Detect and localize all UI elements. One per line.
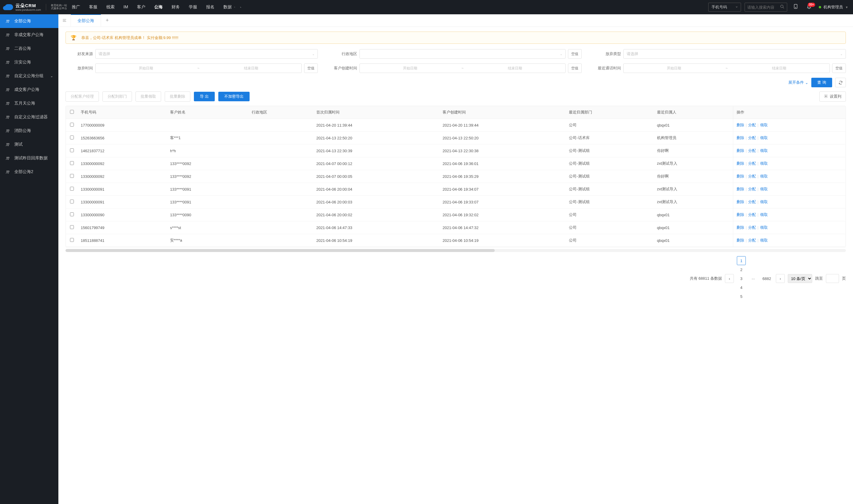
abandon-type-select[interactable]: 请选择⌄ xyxy=(623,49,846,59)
claim-link[interactable]: 领取 xyxy=(760,238,768,242)
call-time-null-btn[interactable]: 空值 xyxy=(832,64,846,73)
assign-link[interactable]: 分配 xyxy=(748,136,756,140)
export-plain-button[interactable]: 不加密导出 xyxy=(218,92,250,101)
nav-报名[interactable]: 报名 xyxy=(206,4,215,10)
friend-source-select[interactable]: 请选择⌄ xyxy=(95,49,318,59)
sidebar-item-消防公海[interactable]: 消防公海 xyxy=(0,124,58,138)
sidebar-item-非成交客户公海[interactable]: 非成交客户公海 xyxy=(0,28,58,42)
delete-link[interactable]: 删除 xyxy=(737,225,744,230)
assign-link[interactable]: 分配 xyxy=(748,123,756,127)
table-row[interactable]: 13300000092133****00922021-04-07 00:00:1… xyxy=(66,157,846,170)
sidebar-item-成交客户公海[interactable]: 成交客户公海 xyxy=(0,83,58,96)
select-all-checkbox[interactable] xyxy=(70,110,74,114)
sidebar-item-自定义公海分组[interactable]: 自定义公海分组⌄ xyxy=(0,69,58,83)
row-checkbox[interactable] xyxy=(70,225,74,229)
row-checkbox[interactable] xyxy=(70,212,74,216)
logo[interactable]: 云朵CRM www.yunduocrm.com 教育机构一站 式服务云平台 xyxy=(5,3,67,12)
region-select[interactable]: ⌄ xyxy=(360,49,566,59)
create-time-null-btn[interactable]: 空值 xyxy=(568,64,582,73)
table-row[interactable]: 13300000091133****00912021-04-06 20:00:0… xyxy=(66,196,846,209)
add-user-icon[interactable] xyxy=(232,4,238,10)
export-button[interactable]: 导 出 xyxy=(194,92,215,101)
nav-公海[interactable]: 公海 xyxy=(154,4,163,10)
table-row[interactable]: 14621837712h*h2021-04-13 22:30:392021-04… xyxy=(66,144,846,157)
assign-dept-button[interactable]: 分配到部门 xyxy=(103,91,132,102)
search-type-select[interactable]: 手机号码 xyxy=(708,3,741,12)
batch-delete-button[interactable]: 批量删除 xyxy=(165,91,190,102)
table-row[interactable]: 13300000090133****00902021-04-06 20:00:0… xyxy=(66,209,846,221)
expand-filters-link[interactable]: 展开条件 ⌄ xyxy=(788,80,808,85)
assign-link[interactable]: 分配 xyxy=(748,238,756,242)
tab-all-public-sea[interactable]: 全部公海 xyxy=(71,14,101,26)
sidebar-item-自定义公海过滤器[interactable]: 自定义公海过滤器 xyxy=(0,110,58,124)
table-row[interactable]: 15601799749s****st2021-04-06 14:47:33202… xyxy=(66,221,846,234)
table-row[interactable]: 18511888741安****a2021-04-06 10:54:192021… xyxy=(66,234,846,247)
sidebar-item-全部公海[interactable]: 全部公海 xyxy=(0,14,58,28)
page-size-select[interactable]: 10 条/页 xyxy=(788,274,812,283)
query-button[interactable]: 查 询 xyxy=(811,78,832,87)
assign-link[interactable]: 分配 xyxy=(748,174,756,178)
create-time-range[interactable]: 开始日期~结束日期 xyxy=(360,64,566,73)
delete-link[interactable]: 删除 xyxy=(737,123,744,127)
delete-link[interactable]: 删除 xyxy=(737,187,744,191)
sidebar-item-测试昨日回库数据[interactable]: 测试昨日回库数据 xyxy=(0,151,58,165)
nav-客服[interactable]: 客服 xyxy=(89,4,97,10)
row-checkbox[interactable] xyxy=(70,174,74,178)
page-next[interactable]: › xyxy=(776,274,785,283)
delete-link[interactable]: 删除 xyxy=(737,238,744,242)
claim-link[interactable]: 领取 xyxy=(760,225,768,230)
page-prev[interactable]: ‹ xyxy=(725,274,734,283)
nav-客户[interactable]: 客户 xyxy=(137,4,145,10)
assign-link[interactable]: 分配 xyxy=(748,225,756,230)
row-checkbox[interactable] xyxy=(70,136,74,139)
page-1[interactable]: 1 xyxy=(737,256,746,265)
row-checkbox[interactable] xyxy=(70,123,74,127)
table-row[interactable]: 13300000092133****00922021-04-07 00:00:0… xyxy=(66,170,846,183)
set-columns-button[interactable]: 设置列 xyxy=(819,91,846,102)
delete-link[interactable]: 删除 xyxy=(737,174,744,178)
row-checkbox[interactable] xyxy=(70,238,74,242)
batch-claim-button[interactable]: 批量领取 xyxy=(135,91,161,102)
table-row[interactable]: 15263663656客***12021-04-13 22:50:202021-… xyxy=(66,132,846,144)
row-checkbox[interactable] xyxy=(70,161,74,165)
assign-link[interactable]: 分配 xyxy=(748,212,756,217)
horizontal-scrollbar[interactable] xyxy=(66,249,846,252)
tab-menu-icon[interactable] xyxy=(58,14,71,26)
refresh-button[interactable] xyxy=(835,78,846,87)
table-row[interactable]: 13300000091133****00912021-04-06 20:00:0… xyxy=(66,183,846,196)
call-time-range[interactable]: 开始日期~结束日期 xyxy=(623,64,830,73)
sidebar-item-测试[interactable]: 测试 xyxy=(0,138,58,151)
search-icon[interactable] xyxy=(778,4,787,10)
delete-link[interactable]: 删除 xyxy=(737,212,744,217)
row-checkbox[interactable] xyxy=(70,148,74,152)
assign-link[interactable]: 分配 xyxy=(748,187,756,191)
sidebar-item-全部公海2[interactable]: 全部公海2 xyxy=(0,165,58,179)
page-2[interactable]: 2 xyxy=(737,265,746,274)
page-3[interactable]: 3 xyxy=(737,274,746,283)
claim-link[interactable]: 领取 xyxy=(760,148,768,153)
delete-link[interactable]: 删除 xyxy=(737,148,744,153)
page-4[interactable]: 4 xyxy=(737,283,746,292)
page-5[interactable]: 5 xyxy=(737,292,746,301)
nav-数据[interactable]: 数据 xyxy=(223,4,232,10)
assign-link[interactable]: 分配 xyxy=(748,200,756,204)
assign-link[interactable]: 分配 xyxy=(748,148,756,153)
sidebar-item-注安公海[interactable]: 注安公海 xyxy=(0,55,58,69)
claim-link[interactable]: 领取 xyxy=(760,123,768,127)
delete-link[interactable]: 删除 xyxy=(737,161,744,166)
nav-学服[interactable]: 学服 xyxy=(189,4,197,10)
sidebar-item-二咨公海[interactable]: 二咨公海 xyxy=(0,42,58,55)
assign-manager-button[interactable]: 分配客户经理 xyxy=(66,91,99,102)
delete-link[interactable]: 删除 xyxy=(737,200,744,204)
claim-link[interactable]: 领取 xyxy=(760,212,768,217)
claim-link[interactable]: 领取 xyxy=(760,161,768,166)
search-input[interactable] xyxy=(745,5,778,10)
nav-推广[interactable]: 推广 xyxy=(72,4,80,10)
nav-线索[interactable]: 线索 xyxy=(106,4,115,10)
region-null-btn[interactable]: 空值 xyxy=(568,49,582,59)
delete-link[interactable]: 删除 xyxy=(737,136,744,140)
abandon-time-range[interactable]: 开始日期~结束日期 xyxy=(95,64,302,73)
claim-link[interactable]: 领取 xyxy=(760,200,768,204)
tablet-icon[interactable] xyxy=(791,4,801,11)
nav-财务[interactable]: 财务 xyxy=(171,4,180,10)
